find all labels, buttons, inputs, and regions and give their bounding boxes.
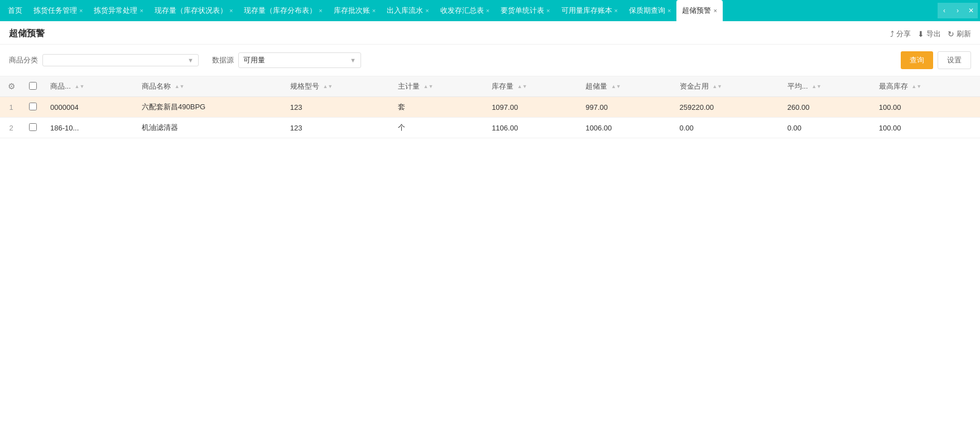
nav-item-available-account[interactable]: 可用量库存账本 × (556, 0, 623, 21)
row-checkbox-1[interactable] (22, 97, 44, 118)
th-avg[interactable]: 平均... ▲▼ (781, 76, 872, 97)
close-icon-quality-period[interactable]: × (667, 7, 671, 14)
close-icon-inout-flow[interactable]: × (425, 7, 429, 14)
sort-icon-over[interactable]: ▲▼ (611, 84, 621, 89)
close-icon-inventory-status[interactable]: × (229, 7, 233, 14)
th-spec[interactable]: 规格型号 ▲▼ (284, 76, 391, 97)
settings-button[interactable]: 设置 (938, 51, 971, 69)
col-name-label: 商品名称 (142, 82, 171, 90)
datasource-label: 数据源 (212, 55, 234, 65)
nav-arrow-close[interactable]: ✕ (964, 3, 978, 18)
nav-label-pick-exception: 拣货异常处理 (94, 6, 137, 16)
refresh-icon: ↻ (948, 30, 954, 38)
close-icon-overstock[interactable]: × (713, 7, 717, 14)
row-unit-2: 个 (391, 118, 485, 138)
row-capital-2: 0.00 (673, 118, 781, 138)
gear-icon[interactable]: ⚙ (8, 81, 15, 91)
col-over-label: 超储量 (585, 82, 607, 90)
nav-item-inout-flow[interactable]: 出入库流水 × (381, 0, 434, 21)
nav-item-overstock[interactable]: 超储预警 × (676, 0, 722, 21)
nav-arrow-right[interactable]: › (951, 3, 964, 18)
sort-icon-stock[interactable]: ▲▼ (517, 84, 527, 89)
th-unit[interactable]: 主计量 ▲▼ (391, 76, 485, 97)
filter-datasource: 数据源 可用量 ▼ (212, 52, 361, 68)
nav-arrows: ‹ › ✕ (938, 3, 978, 18)
refresh-label: 刷新 (957, 29, 971, 39)
page-title: 超储预警 (9, 28, 890, 40)
share-icon: ⤴ (890, 30, 894, 38)
row-spec-1: 123 (284, 97, 391, 118)
nav-label-receive-summary: 收发存汇总表 (440, 6, 484, 16)
table-row: 2 186-10... 机油滤清器 123 个 1106.00 1006.00 … (0, 118, 980, 138)
close-icon-batch-account[interactable]: × (372, 7, 376, 14)
row-avg-1: 260.00 (781, 97, 872, 118)
nav-item-pick-exception[interactable]: 拣货异常处理 × (88, 0, 148, 21)
row-unit-1: 套 (391, 97, 485, 118)
category-select[interactable]: ▼ (42, 54, 199, 66)
nav-arrow-left[interactable]: ‹ (938, 3, 951, 18)
row-select-1[interactable] (29, 103, 37, 110)
row-checkbox-2[interactable] (22, 118, 44, 138)
close-icon-inventory-dist[interactable]: × (319, 7, 322, 14)
th-over[interactable]: 超储量 ▲▼ (579, 76, 672, 97)
row-stock-2: 1106.00 (485, 118, 579, 138)
th-stock[interactable]: 库存量 ▲▼ (485, 76, 579, 97)
row-over-1: 997.00 (579, 97, 672, 118)
export-label: 导出 (926, 29, 941, 39)
category-dropdown-icon: ▼ (188, 57, 194, 64)
sort-icon-avg[interactable]: ▲▼ (811, 84, 822, 89)
th-maxstock[interactable]: 最高库存 ▲▼ (872, 76, 980, 97)
nav-item-inventory-dist[interactable]: 现存量（库存分布表） × (238, 0, 328, 21)
query-button[interactable]: 查询 (901, 51, 933, 69)
close-icon-pick-exception[interactable]: × (140, 7, 143, 14)
select-all-checkbox[interactable] (29, 82, 37, 90)
sort-icon-unit[interactable]: ▲▼ (424, 84, 434, 89)
close-icon-available-account[interactable]: × (614, 7, 618, 14)
nav-item-home[interactable]: 首页 (2, 0, 28, 21)
page-content: 超储预警 ⤴ 分享 ⬇ 导出 ↻ 刷新 商品分类 ▼ 数据源 (0, 21, 980, 446)
nav-label-pick-task: 拣货任务管理 (33, 6, 77, 16)
nav-label-order-stats: 要货单统计表 (501, 6, 544, 16)
col-capital-label: 资金占用 (680, 82, 709, 90)
sort-icon-capital[interactable]: ▲▼ (712, 84, 722, 89)
th-name[interactable]: 商品名称 ▲▼ (135, 76, 284, 97)
th-settings[interactable]: ⚙ (0, 76, 22, 97)
close-icon-pick-task[interactable]: × (79, 7, 83, 14)
close-icon-receive-summary[interactable]: × (486, 7, 489, 14)
nav-item-inventory-status[interactable]: 现存量（库存状况表） × (149, 0, 238, 21)
col-stock-label: 库存量 (492, 82, 513, 90)
filter-category: 商品分类 ▼ (9, 54, 199, 66)
row-spec-2: 123 (284, 118, 391, 138)
page-header: 超储预警 ⤴ 分享 ⬇ 导出 ↻ 刷新 (0, 21, 980, 45)
nav-label-inout-flow: 出入库流水 (387, 6, 423, 16)
sort-icon-name[interactable]: ▲▼ (175, 84, 185, 89)
overstock-table: ⚙ 商品... ▲▼ 商品名称 ▲▼ 规格型号 ▲▼ (0, 76, 980, 138)
row-code-2: 186-10... (44, 118, 135, 138)
close-icon-order-stats[interactable]: × (546, 7, 550, 14)
th-code[interactable]: 商品... ▲▼ (44, 76, 135, 97)
category-label: 商品分类 (9, 55, 38, 65)
nav-item-order-stats[interactable]: 要货单统计表 × (495, 0, 555, 21)
nav-label-quality-period: 保质期查询 (629, 6, 665, 16)
row-num-2: 2 (0, 118, 22, 138)
datasource-dropdown-icon: ▼ (350, 57, 356, 64)
sort-icon-code[interactable]: ▲▼ (74, 84, 84, 89)
refresh-button[interactable]: ↻ 刷新 (948, 29, 971, 39)
datasource-select[interactable]: 可用量 ▼ (238, 52, 361, 68)
th-checkbox (22, 76, 44, 97)
share-label: 分享 (896, 29, 911, 39)
nav-item-batch-account[interactable]: 库存批次账 × (328, 0, 381, 21)
nav-label-batch-account: 库存批次账 (334, 6, 370, 16)
nav-item-quality-period[interactable]: 保质期查询 × (623, 0, 676, 21)
col-maxstock-label: 最高库存 (879, 82, 908, 90)
nav-item-receive-summary[interactable]: 收发存汇总表 × (435, 0, 495, 21)
share-button[interactable]: ⤴ 分享 (890, 29, 911, 39)
sort-icon-spec[interactable]: ▲▼ (323, 84, 333, 89)
sort-icon-maxstock[interactable]: ▲▼ (911, 84, 921, 89)
export-button[interactable]: ⬇ 导出 (917, 29, 941, 39)
nav-item-pick-task[interactable]: 拣货任务管理 × (28, 0, 88, 21)
nav-label-inventory-dist: 现存量（库存分布表） (244, 6, 316, 16)
th-capital[interactable]: 资金占用 ▲▼ (673, 76, 781, 97)
row-select-2[interactable] (29, 123, 37, 131)
nav-label-home: 首页 (8, 6, 22, 16)
